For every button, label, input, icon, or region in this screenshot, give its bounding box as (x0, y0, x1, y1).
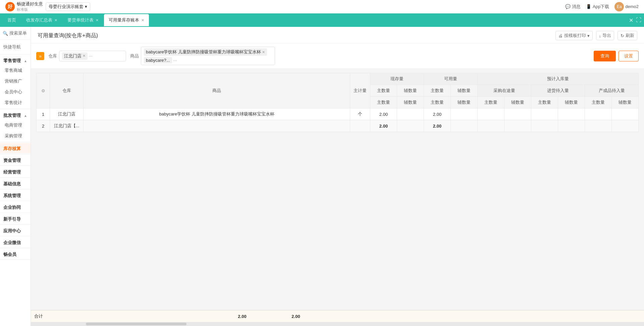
cell-prod-aux-2 (612, 120, 639, 132)
export-btn[interactable]: ↓ 导出 (596, 31, 614, 40)
product-more-btn[interactable]: ··· (173, 58, 177, 63)
sidebar-section-inventory: 库存核算 (0, 142, 31, 154)
message-btn[interactable]: 💬 消息 (565, 4, 581, 10)
sidebar: 🔍 搜索菜单 快捷导航 零售管理 ▲ 零售商城 营销推广 会员中心 零售统计 (0, 27, 31, 326)
chevron-down-icon-print: ▾ (587, 33, 590, 38)
sidebar-item-marketing[interactable]: 营销推广 (0, 76, 31, 87)
sidebar-section-finance-header[interactable]: 资金管理 (0, 155, 31, 165)
query-btn[interactable]: 查询 (594, 51, 616, 61)
sidebar-section-basic-header[interactable]: 基础信息 (0, 178, 31, 188)
sidebar-item-member[interactable]: 会员中心 (0, 87, 31, 97)
th-avail-aux: 辅数量 (451, 85, 478, 97)
content-area: 可用量查询(按仓库+商品) 🖨 按模板打印 ▾ ↓ 导出 ↻ 刷新 » (31, 27, 644, 326)
industry-select[interactable]: 母婴行业演示账套 ▾ (46, 2, 90, 11)
page-actions: 🖨 按模板打印 ▾ ↓ 导出 ↻ 刷新 (555, 31, 638, 40)
top-bar: 好 畅捷通好生意 标准版 母婴行业演示账套 ▾ 💬 消息 📱 App下载 Ea … (0, 0, 644, 13)
filter-actions: 查询 设置 (594, 51, 639, 61)
scrollbar-thumb[interactable] (86, 323, 186, 325)
warehouse-tag-remove[interactable]: ✕ (83, 54, 86, 58)
cell-no-1: 1 (37, 108, 50, 120)
sidebar-section-basic: 基础信息 (0, 178, 31, 189)
sidebar-item-quick-nav[interactable]: 快捷导航 (0, 41, 31, 53)
cell-unit-2 (350, 120, 370, 132)
cell-stock-aux-1 (397, 108, 424, 120)
tab-order-stats[interactable]: 要货单统计表 ✕ (63, 14, 103, 26)
th-settings[interactable]: ⚙ (37, 73, 50, 108)
sidebar-section-business-header[interactable]: 经营管理 (0, 167, 31, 177)
tab-close-all[interactable]: ✕ (629, 17, 633, 24)
user-area[interactable]: Ea demo2 (614, 2, 639, 11)
sidebar-section-zero-retail-header[interactable]: 零售管理 ▲ (0, 55, 31, 65)
cell-pur-main-1 (478, 108, 504, 120)
product-input[interactable]: babycare学饮杯 儿童防摔防撞吸管杯重力球吸嘴杯宝宝水杯 ✕ babyca… (141, 47, 275, 65)
sidebar-section-app-center-header[interactable]: 应用中心 (0, 225, 31, 235)
th-forecast-in: 预计入库量 (478, 73, 639, 85)
th-avail-aux-qty: 辅数量 (451, 97, 478, 108)
sidebar-item-online-store[interactable]: 零售商城 (0, 65, 31, 76)
th-stock-main-qty: 主数量 (370, 97, 397, 108)
expand-filter-btn[interactable]: » (36, 52, 44, 60)
logo-text: 畅捷通好生意 标准版 (17, 1, 43, 12)
cell-avail-aux-2 (451, 120, 478, 132)
logo-icon: 好 (5, 2, 15, 11)
warehouse-more-btn[interactable]: ··· (89, 53, 93, 58)
tab-close-order[interactable]: ✕ (96, 18, 99, 22)
sidebar-section-inventory-header[interactable]: 库存核算 (0, 143, 31, 153)
cell-avail-main-1: 2.00 (424, 108, 451, 120)
warehouse-input[interactable]: 江北门店 ✕ ··· (59, 51, 126, 61)
tab-fullscreen[interactable]: ⛶ (636, 17, 641, 23)
th-stock-aux: 辅数量 (397, 85, 424, 97)
sidebar-section-wechat-header[interactable]: 企业微信 (0, 237, 31, 247)
setting-btn[interactable]: 设置 (619, 51, 639, 61)
table-row: 2 江北门店【... 2.00 2.00 (37, 120, 639, 132)
sidebar-search[interactable]: 🔍 搜索菜单 (0, 27, 31, 40)
app-download-btn[interactable]: 📱 App下载 (586, 4, 609, 10)
product-tag-1-remove[interactable]: ✕ (262, 50, 265, 54)
sidebar-section-newbie-header[interactable]: 新手引导 (0, 214, 31, 224)
cell-prod-main-2 (585, 120, 612, 132)
sidebar-section-wholesale: 批发管理 ▲ 电商管理 采购管理 (0, 109, 31, 142)
sidebar-item-ecommerce[interactable]: 电商管理 (0, 120, 31, 131)
th-avail-main-qty: 主数量 (424, 97, 451, 108)
sidebar-section-vip-header[interactable]: 畅会员 (0, 249, 31, 259)
print-icon: 🖨 (558, 33, 563, 38)
print-btn[interactable]: 🖨 按模板打印 ▾ (555, 31, 593, 40)
scrollbar-area (31, 322, 644, 326)
sidebar-item-purchase[interactable]: 采购管理 (0, 131, 31, 141)
sidebar-section-newbie: 新手引导 (0, 213, 31, 225)
warehouse-filter: 仓库 江北门店 ✕ ··· (48, 51, 126, 61)
th-purchase-main: 主数量 (478, 97, 504, 108)
cell-pend-aux-2 (558, 120, 585, 132)
table-footer: 合计 2.00 2.00 (31, 310, 644, 322)
refresh-btn[interactable]: ↻ 刷新 (618, 31, 637, 40)
sidebar-section-vip: 畅会员 (0, 248, 31, 260)
cell-product-2 (84, 120, 350, 132)
th-current-stock: 现存量 (370, 73, 424, 85)
cell-pend-main-1 (531, 108, 558, 120)
sidebar-section-wholesale-header[interactable]: 批发管理 ▲ (0, 110, 31, 120)
sidebar-section-finance: 资金管理 (0, 154, 31, 166)
export-icon: ↓ (599, 33, 601, 38)
tab-available-stock[interactable]: 可用量库存账本 ✕ (104, 14, 149, 26)
tab-close-available[interactable]: ✕ (141, 18, 144, 22)
refresh-icon: ↻ (621, 33, 624, 38)
warehouse-tag: 江北门店 ✕ (62, 52, 88, 60)
sidebar-section-enterprise-header[interactable]: 企业协同 (0, 202, 31, 212)
cell-pend-main-2 (531, 120, 558, 132)
th-pending-main: 主数量 (531, 97, 558, 108)
cell-stock-aux-2 (397, 120, 424, 132)
product-filter: 商品 babycare学饮杯 儿童防摔防撞吸管杯重力球吸嘴杯宝宝水杯 ✕ bab… (130, 47, 275, 65)
avatar: Ea (614, 2, 624, 11)
th-pending-in: 进货待入量 (531, 85, 585, 97)
th-stock-aux-qty: 辅数量 (397, 97, 424, 108)
sidebar-item-retail-stats[interactable]: 零售统计 (0, 97, 31, 108)
sidebar-section-system: 系统管理 (0, 189, 31, 201)
top-bar-left: 好 畅捷通好生意 标准版 母婴行业演示账套 ▾ (5, 1, 90, 12)
settings-icon[interactable]: ⚙ (41, 88, 45, 93)
tab-close-receipt[interactable]: ✕ (54, 18, 57, 22)
logo-area: 好 畅捷通好生意 标准版 (5, 1, 43, 12)
sidebar-section-system-header[interactable]: 系统管理 (0, 190, 31, 200)
tab-receipt-summary[interactable]: 收发存汇总表 ✕ (21, 14, 62, 26)
tab-home[interactable]: 首页 (3, 14, 21, 26)
cell-warehouse-2: 江北门店【... (50, 120, 84, 132)
